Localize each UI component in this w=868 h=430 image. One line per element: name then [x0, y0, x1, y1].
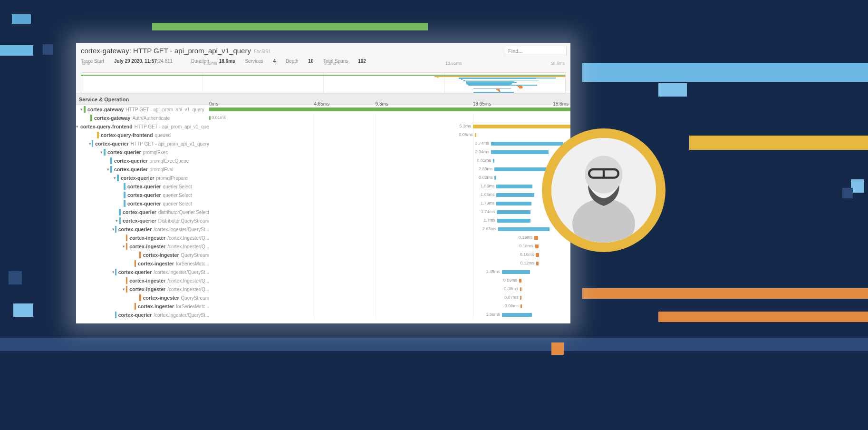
- span-service: cortex-ingester: [129, 278, 165, 283]
- span-bar[interactable]: [520, 287, 522, 291]
- span-operation: promqlExecQueue: [150, 158, 189, 164]
- trace-service: cortex-gateway: [81, 47, 129, 55]
- span-bar[interactable]: [536, 253, 539, 257]
- span-bar[interactable]: [535, 244, 539, 248]
- span-bar[interactable]: [473, 125, 570, 128]
- span-service: cortex-ingester: [143, 252, 179, 258]
- span-row[interactable]: cortex-querierpromqlExecQueue0.01ms: [76, 156, 570, 165]
- span-row[interactable]: cortex-querierquerier.Select1.85ms: [76, 182, 570, 191]
- deco-block: [842, 188, 853, 198]
- span-bar[interactable]: [209, 116, 211, 120]
- deco-block: [9, 271, 22, 284]
- span-row[interactable]: ▾cortex-querier/cortex.Ingester/QuerySt.…: [76, 225, 570, 234]
- span-operation: /cortex.Ingester/Q...: [167, 244, 209, 249]
- chevron-down-icon[interactable]: ▾: [115, 218, 119, 223]
- span-operation: queued: [155, 133, 171, 138]
- span-bar[interactable]: [502, 313, 532, 317]
- span-row[interactable]: cortex-ingester/cortex.Ingester/Q...0.09…: [76, 276, 570, 285]
- span-tree[interactable]: ▾cortex-gatewayHTTP GET - api_prom_api_v…: [76, 105, 570, 333]
- span-service: cortex-ingester: [138, 261, 174, 266]
- span-duration: 0.12ms: [520, 261, 534, 265]
- span-row[interactable]: ▾cortex-querierHTTP GET - api_prom_api_v…: [76, 139, 570, 148]
- span-operation: /cortex.Ingester/QuerySt...: [154, 270, 209, 275]
- span-bar[interactable]: [494, 167, 550, 171]
- span-duration: 0.16ms: [520, 252, 534, 257]
- span-row[interactable]: cortex-query-frontendqueued0.06ms: [76, 131, 570, 139]
- service-color-tick: [139, 252, 141, 258]
- span-row[interactable]: cortex-querier/cortex.Ingester/QuerySt..…: [76, 311, 570, 319]
- span-bar[interactable]: [496, 193, 534, 197]
- span-service: cortex-querier: [123, 218, 156, 224]
- span-row[interactable]: ▾cortex-ingester/cortex.Ingester/Q...0.1…: [76, 242, 570, 251]
- service-color-tick: [110, 166, 112, 173]
- chevron-down-icon[interactable]: ▾: [112, 270, 115, 274]
- span-service: cortex-querier: [114, 166, 148, 172]
- chevron-down-icon[interactable]: ▾: [122, 287, 126, 292]
- span-bar[interactable]: [475, 133, 476, 137]
- span-bar[interactable]: [493, 159, 494, 163]
- chevron-down-icon[interactable]: ▾: [76, 124, 78, 129]
- span-duration: 2.63ms: [482, 226, 497, 231]
- chevron-down-icon[interactable]: ▾: [79, 107, 84, 112]
- span-row[interactable]: cortex-ingesterforSeriesMatc...0.06ms: [76, 302, 570, 311]
- span-duration: 0.06ms: [459, 132, 473, 137]
- span-bar[interactable]: [520, 296, 521, 300]
- span-bar[interactable]: [496, 202, 531, 205]
- span-bar[interactable]: [502, 270, 530, 274]
- span-row[interactable]: ▾cortex-querierpromqlEval2.89ms: [76, 165, 570, 174]
- span-service: cortex-ingester: [138, 303, 174, 309]
- service-color-tick: [115, 269, 116, 275]
- span-row[interactable]: cortex-ingester/cortex.Ingester/Q...0.19…: [76, 234, 570, 242]
- chevron-down-icon[interactable]: ▾: [88, 141, 92, 146]
- span-row[interactable]: cortex-ingesterQueryStream0.07ms: [76, 293, 570, 302]
- minimap[interactable]: [81, 72, 566, 93]
- span-row[interactable]: ▾cortex-gatewayHTTP GET - api_prom_api_v…: [76, 105, 570, 114]
- span-row[interactable]: cortex-gatewayAuth/Authenticate0.01ms: [76, 114, 570, 122]
- minimap-tick-label: 0ms: [82, 61, 90, 66]
- chevron-down-icon[interactable]: ▾: [99, 150, 104, 155]
- deco-block: [582, 288, 868, 299]
- span-bar[interactable]: [209, 108, 570, 111]
- span-row[interactable]: cortex-querierquerier.Select1.79ms: [76, 199, 570, 208]
- chevron-down-icon[interactable]: ▾: [122, 244, 126, 249]
- find-input[interactable]: [505, 46, 567, 56]
- span-operation: Distributor.QueryStream: [158, 218, 209, 224]
- span-row[interactable]: cortex-ingesterQueryStream0.16ms: [76, 251, 570, 259]
- deco-block: [851, 179, 864, 193]
- span-bar[interactable]: [534, 236, 538, 240]
- minimap-tick-label: 4.65ms: [203, 61, 217, 66]
- span-bar[interactable]: [491, 150, 549, 154]
- chevron-down-icon[interactable]: ▾: [106, 167, 110, 172]
- span-bar[interactable]: [491, 142, 563, 146]
- span-bar[interactable]: [497, 219, 530, 223]
- span-bar[interactable]: [521, 304, 522, 308]
- span-duration: 0.19ms: [519, 235, 533, 240]
- span-duration: 1.7ms: [483, 218, 495, 223]
- span-bar[interactable]: [494, 176, 496, 180]
- service-color-tick: [124, 200, 125, 207]
- span-duration: 2.89ms: [479, 166, 493, 171]
- span-bar[interactable]: [497, 210, 530, 214]
- jaeger-trace-panel: cortex-gateway: HTTP GET - api_prom_api_…: [76, 43, 570, 323]
- span-bar[interactable]: [496, 185, 532, 188]
- span-service: cortex-query-frontend: [80, 124, 133, 129]
- span-row[interactable]: ▾cortex-querierDistributor.QueryStream1.…: [76, 216, 570, 225]
- span-operation: querier.Select: [163, 184, 192, 189]
- span-row[interactable]: cortex-querierquerier.Select1.94ms: [76, 191, 570, 199]
- span-row[interactable]: ▾cortex-querierpromqlExec2.94ms: [76, 148, 570, 156]
- span-row[interactable]: ▾cortex-query-frontendHTTP GET - api_pro…: [76, 122, 570, 131]
- span-bar[interactable]: [536, 262, 539, 265]
- span-operation: /cortex.Ingester/QuerySt...: [154, 227, 209, 232]
- deco-block: [0, 45, 33, 56]
- span-bar[interactable]: [498, 227, 550, 231]
- span-row[interactable]: cortex-querierdistributorQuerier.Select1…: [76, 208, 570, 216]
- span-bar[interactable]: [519, 279, 521, 283]
- span-row[interactable]: ▾cortex-ingester/cortex.Ingester/Q...0.0…: [76, 285, 570, 293]
- span-row[interactable]: ▾cortex-querierpromqlPrepare0.02ms: [76, 174, 570, 182]
- service-color-tick: [126, 286, 127, 293]
- span-duration: 2.94ms: [475, 149, 489, 154]
- span-row[interactable]: cortex-ingesterforSeriesMatc...0.12ms: [76, 259, 570, 268]
- span-row[interactable]: ▾cortex-querier/cortex.Ingester/QuerySt.…: [76, 268, 570, 276]
- chevron-down-icon[interactable]: ▾: [112, 227, 115, 232]
- chevron-down-icon[interactable]: ▾: [112, 176, 117, 180]
